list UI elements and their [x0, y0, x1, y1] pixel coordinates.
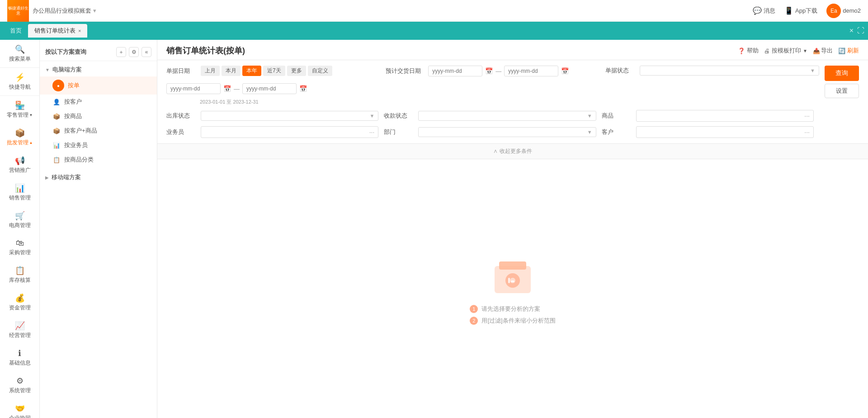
empty-illustration — [486, 252, 540, 298]
date-end-input[interactable] — [242, 83, 297, 94]
delivery-status-select[interactable]: ▼ — [201, 111, 378, 121]
app-download-btn[interactable]: 📱 App下载 — [784, 6, 817, 15]
tree-item-by-product[interactable]: 📦 按商品 — [40, 109, 157, 124]
wholesale-icon: 📦 — [15, 128, 25, 138]
add-scheme-btn[interactable]: ＋ — [116, 47, 126, 57]
salesperson-row: 业务员 ··· — [166, 126, 378, 138]
doc-status-select[interactable]: ▼ — [640, 66, 819, 76]
sidebar-item-purchase[interactable]: 🛍 采购管理 — [0, 234, 39, 261]
delivery-status-arrow-icon: ▼ — [369, 113, 374, 119]
date-range: 📅 — 📅 — [166, 83, 307, 94]
tree-item-by-product-category[interactable]: 📋 按商品分类 — [40, 152, 157, 167]
expected-date-range: 📅 — 📅 — [428, 66, 569, 76]
export-icon: 📤 — [813, 48, 820, 54]
date-btn-more[interactable]: 更多 — [287, 66, 306, 76]
salesperson-more-icon[interactable]: ··· — [369, 128, 375, 136]
main-layout: 🔍 搜索菜单 ⚡ 快捷导航 🏪 零售管理 ▼ 📦 批发管理 ▲ 📢 营销推广 — [0, 40, 868, 418]
settings-button[interactable]: 设置 — [825, 84, 859, 98]
tree-group-pc[interactable]: ▼ 电脑端方案 — [40, 63, 157, 76]
enterprise-icon: 🤝 — [15, 404, 25, 413]
window-close-icon[interactable]: × — [849, 27, 854, 35]
date-start-input[interactable] — [166, 83, 221, 94]
sidebar-item-marketing[interactable]: 📢 营销推广 — [0, 151, 39, 179]
sidebar-item-ecommerce[interactable]: 🛒 电商管理 — [0, 206, 39, 234]
tree-item-by-customer[interactable]: 👤 按客户 — [40, 95, 157, 109]
tree-section-pc: ▼ 电脑端方案 ● 按单 👤 按客户 📦 — [40, 61, 157, 169]
tab-home[interactable]: 首页 — [4, 24, 28, 38]
query-button[interactable]: 查询 — [825, 66, 859, 81]
sidebar-item-basic-info[interactable]: ℹ 基础信息 — [0, 344, 39, 371]
tree-item-by-order[interactable]: ● 按单 — [40, 76, 157, 95]
sidebar-item-operations[interactable]: 📈 经营管理 — [0, 316, 39, 344]
department-select[interactable]: ▼ — [418, 127, 596, 137]
tree-arrow-icon: ▼ — [45, 67, 50, 72]
sidebar-item-sales-mgmt[interactable]: 📊 销售管理 — [0, 179, 39, 206]
sidebar-item-system-mgmt[interactable]: ⚙ 系统管理 — [0, 371, 39, 399]
ecommerce-icon: 🛒 — [15, 211, 25, 221]
date-range-display: 2023-01-01 至 2023-12-31 — [166, 99, 380, 105]
export-btn[interactable]: 📤 导出 — [813, 47, 833, 55]
operations-icon: 📈 — [15, 321, 25, 331]
tree-group-mobile[interactable]: ▶ 移动端方案 — [40, 171, 157, 184]
sidebar-item-retail-mgmt[interactable]: 🏪 零售管理 ▼ — [0, 96, 39, 124]
customer-row: 客户 ··· — [602, 126, 814, 138]
date-btn-last-month[interactable]: 上月 — [201, 66, 220, 76]
product-field[interactable]: ··· — [636, 110, 814, 122]
sidebar-item-wholesale-mgmt[interactable]: 📦 批发管理 ▲ — [0, 124, 39, 151]
expected-calendar-end-icon[interactable]: 📅 — [561, 67, 569, 75]
dropdown-icon: ▾ — [93, 7, 96, 14]
help-btn[interactable]: ❓ 帮助 — [738, 47, 759, 55]
window-expand-icon[interactable]: ⛶ — [857, 27, 864, 35]
date-btn-custom[interactable]: 自定义 — [308, 66, 332, 76]
sales-icon: 📊 — [15, 183, 25, 193]
avatar: Ea — [826, 4, 841, 18]
customer-more-icon[interactable]: ··· — [804, 128, 810, 136]
panel-collapse-btn[interactable]: « — [142, 47, 151, 57]
scheme-settings-btn[interactable]: ⚙ — [129, 47, 139, 57]
department-row: 部门 ▼ — [384, 127, 596, 137]
tab-close-icon[interactable]: × — [78, 28, 81, 33]
empty-tip-2: 2 用[过滤]条件来缩小分析范围 — [470, 317, 555, 325]
expected-date-start-input[interactable] — [428, 66, 482, 76]
empty-tips: 1 请先选择要分析的方案 2 用[过滤]条件来缩小分析范围 — [470, 305, 555, 325]
app-selector[interactable]: 办公用品行业模拟账套 ▾ — [33, 7, 96, 15]
template-print-btn[interactable]: 🖨 按模板打印 ▼ — [764, 47, 807, 55]
tree-item-by-customer-product[interactable]: 📦 按客户+商品 — [40, 124, 157, 138]
calendar-end-icon[interactable]: 📅 — [299, 85, 307, 92]
customer-field[interactable]: ··· — [636, 126, 814, 138]
payment-status-select[interactable]: ▼ — [418, 111, 596, 121]
sidebar-item-search-menu[interactable]: 🔍 搜索菜单 — [0, 40, 39, 68]
refresh-btn[interactable]: 🔄 刷新 — [838, 47, 859, 55]
sidebar-item-quick-nav[interactable]: ⚡ 快捷导航 — [0, 68, 39, 96]
tree-section-mobile: ▶ 移动端方案 — [40, 169, 157, 186]
expected-calendar-start-icon[interactable]: 📅 — [485, 67, 493, 75]
content-body: 按以下方案查询 ＋ ⚙ « ▼ — [40, 40, 868, 418]
filter-area: 单据日期 上月 本月 本年 近7天 更多 自定义 — [157, 60, 868, 144]
calendar-start-icon[interactable]: 📅 — [223, 85, 231, 92]
tab-sales-stats[interactable]: 销售订单统计表 × — [28, 24, 87, 38]
sidebar-item-enterprise[interactable]: 🤝 企业协同 — [0, 399, 39, 418]
date-filter-group: 单据日期 上月 本月 本年 近7天 更多 自定义 — [166, 66, 380, 105]
doc-status-arrow-icon: ▼ — [810, 68, 815, 73]
date-btn-current-year[interactable]: 本年 — [242, 66, 261, 76]
retail-arrow-icon: ▼ — [29, 113, 33, 117]
message-btn[interactable]: 💬 消息 — [753, 6, 775, 15]
page-header: 销售订单统计表(按单) ❓ 帮助 🖨 按模板打印 ▼ 📤 — [157, 40, 868, 60]
tree-item-by-salesperson[interactable]: 📊 按业务员 — [40, 138, 157, 152]
customer-product-scheme-icon: 📦 — [52, 127, 61, 135]
topbar-left: 畅捷通好生意 办公用品行业模拟账套 ▾ — [7, 0, 96, 22]
right-main: 销售订单统计表(按单) ❓ 帮助 🖨 按模板打印 ▼ 📤 — [157, 40, 868, 418]
collapse-bar[interactable]: ∧ 收起更多条件 — [157, 144, 868, 159]
salesperson-field[interactable]: ··· — [201, 126, 378, 138]
user-profile[interactable]: Ea demo2 — [826, 4, 861, 18]
date-btn-last-7-days[interactable]: 近7天 — [263, 66, 285, 76]
sidebar-item-inventory[interactable]: 📋 库存核算 — [0, 261, 39, 289]
product-row: 商品 ··· — [602, 110, 814, 122]
product-more-icon[interactable]: ··· — [804, 112, 810, 119]
print-icon: 🖨 — [764, 48, 770, 54]
sidebar-item-finance[interactable]: 💰 资金管理 — [0, 289, 39, 316]
expected-date-end-input[interactable] — [504, 66, 558, 76]
help-icon: ❓ — [738, 48, 745, 54]
date-btn-current-month[interactable]: 本月 — [222, 66, 241, 76]
date-filter-row: 单据日期 上月 本月 本年 近7天 更多 自定义 — [166, 66, 380, 94]
